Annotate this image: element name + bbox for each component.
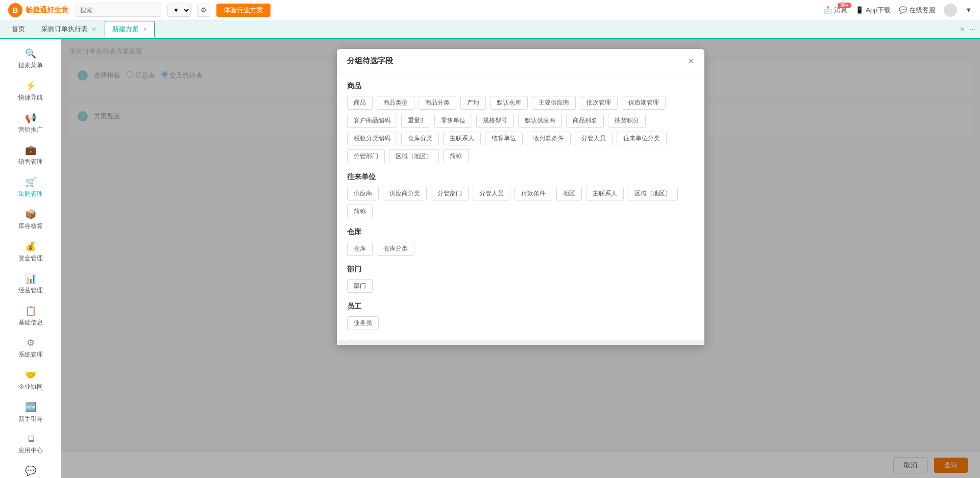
tag-product-5[interactable]: 主要供应商 — [532, 96, 576, 110]
tag-product-6[interactable]: 批次管理 — [580, 96, 618, 110]
section-dept-title: 部门 — [347, 265, 694, 274]
sidebar-item-purchase[interactable]: 🛒 采购管理 — [0, 171, 61, 204]
tag-product-19[interactable]: 收付款条件 — [527, 132, 571, 145]
search-input[interactable] — [76, 4, 161, 17]
tag-product-11[interactable]: 规格型号 — [476, 114, 514, 128]
tag-partner-6[interactable]: 主联系人 — [586, 187, 624, 200]
gear-button[interactable]: ⚙ — [197, 4, 210, 17]
tag-employee-0[interactable]: 业务员 — [347, 316, 379, 330]
tag-product-17[interactable]: 主联系人 — [443, 132, 481, 145]
section-product: 商品 商品 商品类型 商品分类 产地 默认仓库 主要供应商 批次管理 保质期管理… — [347, 82, 694, 163]
modal-close-button[interactable]: ✕ — [688, 56, 694, 66]
sidebar-item-finance[interactable]: 💰 资金管理 — [0, 236, 61, 268]
tag-partner-8[interactable]: 简称 — [347, 205, 373, 218]
section-employee-tags: 业务员 — [347, 316, 694, 330]
tag-product-15[interactable]: 税收分类编码 — [347, 132, 397, 145]
tag-partner-5[interactable]: 地区 — [556, 187, 582, 200]
sidebar-item-operation[interactable]: 📊 经营管理 — [0, 268, 61, 300]
section-warehouse-tags: 仓库 仓库分类 — [347, 242, 694, 256]
tag-product-16[interactable]: 仓库分类 — [401, 132, 439, 145]
sidebar-item-search[interactable]: 🔍 搜索菜单 — [0, 43, 61, 75]
finance-icon: 💰 — [25, 241, 36, 252]
tag-product-12[interactable]: 默认供应商 — [518, 114, 562, 128]
sidebar-item-system[interactable]: ⚙ 系统管理 — [0, 332, 61, 364]
tag-partner-2[interactable]: 分管部门 — [431, 187, 469, 200]
logo: B 畅捷通好生意 — [8, 3, 69, 17]
message-badge: 99+ — [838, 3, 851, 8]
tag-product-2[interactable]: 商品分类 — [419, 96, 456, 110]
tag-product-24[interactable]: 简称 — [443, 149, 469, 163]
sidebar-item-inventory-label: 库存核算 — [18, 222, 43, 231]
sidebar-item-inventory[interactable]: 📦 库存核算 — [0, 204, 61, 236]
tag-product-9[interactable]: 重量3 — [401, 114, 430, 128]
tag-partner-7[interactable]: 区域（地区） — [628, 187, 678, 200]
tab-purchase-exec[interactable]: 采购订单执行表 ✕ — [34, 21, 104, 37]
tag-product-13[interactable]: 商品别名 — [566, 114, 604, 128]
sidebar-item-sales[interactable]: 💼 销售管理 — [0, 139, 61, 171]
tab-new-plan[interactable]: 新建方案 ✕ — [105, 21, 155, 37]
sidebar-item-basic[interactable]: 📋 基础信息 — [0, 300, 61, 332]
logo-text: 畅捷通好生意 — [26, 6, 68, 15]
tab-purchase-exec-close[interactable]: ✕ — [92, 27, 96, 32]
section-warehouse-title: 仓库 — [347, 228, 694, 237]
tag-product-22[interactable]: 分管部门 — [347, 149, 385, 163]
sidebar-item-guide-label: 新手引导 — [18, 415, 43, 423]
tag-product-4[interactable]: 默认仓库 — [490, 96, 528, 110]
tag-product-8[interactable]: 客户商品编码 — [347, 114, 397, 128]
sidebar-item-guide[interactable]: 🆕 新手引导 — [0, 396, 61, 429]
tag-warehouse-0[interactable]: 仓库 — [347, 242, 373, 256]
tag-product-18[interactable]: 结算单位 — [485, 132, 523, 145]
tag-partner-1[interactable]: 供应商分类 — [383, 187, 427, 200]
online-service-button[interactable]: 💬 在线客服 — [899, 6, 936, 15]
sidebar-item-wechat[interactable]: 💬 企业微信 — [0, 460, 61, 478]
sidebar-item-collab[interactable]: 🤝 企业协同 — [0, 364, 61, 396]
field-selection-modal: 分组待选字段 ✕ 商品 商品 商品类型 商品分类 产地 默认仓库 主要供应商 批… — [337, 49, 704, 345]
section-product-title: 商品 — [347, 82, 694, 91]
tag-product-20[interactable]: 分管人员 — [575, 132, 612, 145]
sidebar-item-appcenter[interactable]: 🖥 应用中心 — [0, 429, 61, 460]
appcenter-icon: 🖥 — [26, 434, 35, 444]
tab-bar: 首页 采购订单执行表 ✕ 新建方案 ✕ ✕ ⋯ — [0, 20, 980, 39]
service-icon: 💬 — [899, 6, 907, 14]
tab-purchase-exec-label: 采购订单执行表 — [41, 24, 88, 34]
tag-warehouse-1[interactable]: 仓库分类 — [377, 242, 414, 256]
sidebar-item-sales-label: 销售管理 — [18, 158, 43, 166]
tag-product-1[interactable]: 商品类型 — [377, 96, 414, 110]
tag-product-0[interactable]: 商品 — [347, 96, 373, 110]
marketing-icon: 📢 — [25, 112, 36, 123]
tag-product-23[interactable]: 区域（地区） — [389, 149, 439, 163]
tag-partner-4[interactable]: 付款条件 — [514, 187, 552, 200]
tag-product-7[interactable]: 保质期管理 — [622, 96, 666, 110]
sidebar-item-marketing[interactable]: 📢 营销推广 — [0, 107, 61, 139]
tag-dept-0[interactable]: 部门 — [347, 279, 373, 293]
tag-product-14[interactable]: 拣货积分 — [608, 114, 646, 128]
tag-partner-0[interactable]: 供应商 — [347, 187, 379, 200]
sidebar-item-purchase-label: 采购管理 — [18, 190, 43, 198]
tab-home[interactable]: 首页 — [4, 21, 33, 37]
section-partner-title: 往来单位 — [347, 172, 694, 182]
section-dept-tags: 部门 — [347, 279, 694, 293]
trial-button[interactable]: 体验行业方案 — [216, 4, 271, 17]
modal-horizontal-scrollbar[interactable] — [337, 340, 704, 345]
section-partner: 往来单位 供应商 供应商分类 分管部门 分管人员 付款条件 地区 主联系人 区域… — [347, 172, 694, 218]
sidebar-item-appcenter-label: 应用中心 — [18, 446, 43, 455]
sidebar-item-system-label: 系统管理 — [18, 350, 43, 359]
tab-new-plan-label: 新建方案 — [112, 24, 139, 34]
modal-body[interactable]: 商品 商品 商品类型 商品分类 产地 默认仓库 主要供应商 批次管理 保质期管理… — [337, 73, 704, 340]
section-employee: 员工 业务员 — [347, 302, 694, 330]
tab-new-plan-close[interactable]: ✕ — [143, 27, 147, 32]
tag-product-10[interactable]: 零售单位 — [434, 114, 472, 128]
message-button[interactable]: 📩 消息 99+ — [824, 6, 847, 15]
tab-bar-collapse[interactable]: ✕ — [960, 26, 965, 33]
tag-partner-3[interactable]: 分管人员 — [473, 187, 510, 200]
user-avatar[interactable] — [944, 4, 957, 17]
search-dropdown[interactable]: ▼ — [167, 4, 191, 17]
sidebar-item-quicknav[interactable]: ⚡ 快捷导航 — [0, 75, 61, 107]
tag-product-21[interactable]: 往来单位分类 — [617, 132, 667, 145]
operation-icon: 📊 — [25, 273, 36, 284]
tag-product-3[interactable]: 产地 — [460, 96, 486, 110]
tab-bar-expand[interactable]: ⋯ — [969, 26, 976, 33]
app-download-button[interactable]: 📱 App下载 — [855, 6, 891, 15]
basic-icon: 📋 — [25, 305, 36, 316]
section-dept: 部门 部门 — [347, 265, 694, 293]
